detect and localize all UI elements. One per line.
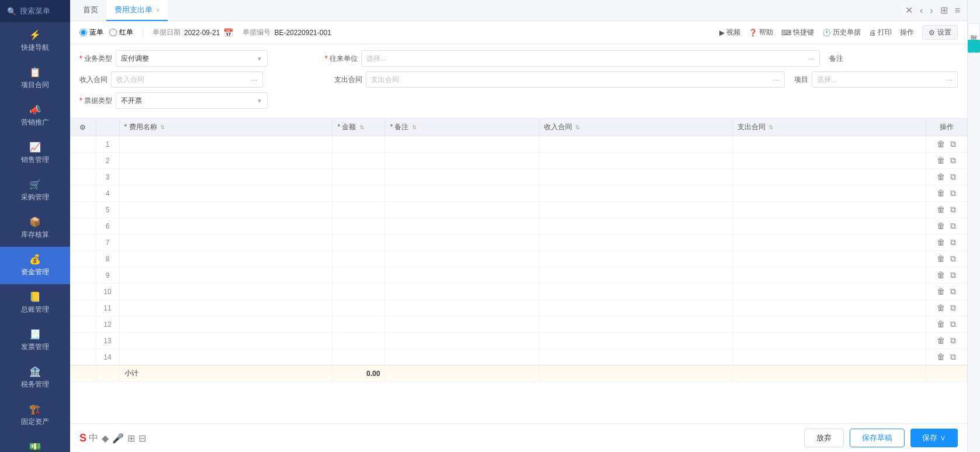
delete-row-12-button[interactable]: 🗑 (935, 319, 947, 329)
td-expense-contract-4[interactable] (732, 185, 926, 202)
invoice-type-select[interactable]: 不开票 ▼ (116, 92, 268, 109)
td-expense-name-9[interactable] (119, 267, 333, 284)
td-expense-contract-14[interactable] (732, 349, 926, 365)
delete-row-7-button[interactable]: 🗑 (935, 237, 947, 247)
td-expense-name-14[interactable] (119, 349, 333, 365)
th-expense-name[interactable]: * 费用名称 ⇅ (119, 119, 333, 136)
copy-row-7-button[interactable]: ⧉ (948, 237, 958, 247)
td-expense-name-5[interactable] (119, 202, 333, 218)
td-amount-12[interactable] (333, 316, 385, 333)
sidebar-item-ledger[interactable]: 📒 总账管理 (0, 284, 70, 322)
td-expense-contract-9[interactable] (732, 267, 926, 284)
td-remark-4[interactable] (385, 185, 539, 202)
project-input[interactable]: 选择... ··· (812, 71, 958, 88)
td-remark-9[interactable] (385, 267, 539, 284)
td-expense-name-4[interactable] (119, 185, 333, 202)
save-button[interactable]: 保存 ∨ (910, 429, 958, 447)
td-amount-1[interactable] (333, 136, 385, 153)
td-expense-contract-6[interactable] (732, 218, 926, 234)
td-income-contract-8[interactable] (539, 251, 732, 267)
td-income-contract-9[interactable] (539, 267, 732, 284)
sidebar-item-invoice-mgmt[interactable]: 🧾 发票管理 (0, 322, 70, 359)
delete-row-11-button[interactable]: 🗑 (935, 303, 947, 312)
save-draft-button[interactable]: 保存草稿 (850, 429, 905, 447)
delete-row-8-button[interactable]: 🗑 (935, 254, 947, 263)
td-remark-12[interactable] (385, 316, 539, 333)
video-link[interactable]: ▶ 视频 (719, 27, 740, 37)
tab-expense[interactable]: 费用支出单 × (106, 0, 168, 21)
copy-row-10-button[interactable]: ⧉ (948, 287, 958, 296)
brand-icon-4[interactable]: ⊞ (127, 433, 135, 444)
sidebar-search[interactable]: 🔍 搜索菜单 (0, 0, 70, 22)
td-income-contract-10[interactable] (539, 284, 732, 300)
td-amount-7[interactable] (333, 234, 385, 251)
delete-row-4-button[interactable]: 🗑 (935, 188, 947, 198)
delete-row-3-button[interactable]: 🗑 (935, 172, 947, 181)
td-amount-14[interactable] (333, 349, 385, 365)
td-remark-1[interactable] (385, 136, 539, 153)
expense-contract-more-icon[interactable]: ··· (773, 75, 780, 84)
brand-icon-1[interactable]: 中 (89, 432, 98, 444)
td-amount-4[interactable] (333, 185, 385, 202)
td-income-contract-4[interactable] (539, 185, 732, 202)
counter-party-input[interactable]: 选择... ··· (361, 50, 820, 67)
th-gear[interactable]: ⚙ (70, 119, 96, 136)
td-remark-6[interactable] (385, 218, 539, 234)
td-income-contract-12[interactable] (539, 316, 732, 333)
sidebar-item-sales-mgmt[interactable]: 📈 销售管理 (0, 134, 70, 172)
shortcut-link[interactable]: ⌨ 快捷键 (781, 27, 814, 37)
copy-row-9-button[interactable]: ⧉ (948, 270, 958, 280)
sidebar-item-fixed-assets[interactable]: 🏗️ 固定资产 (0, 396, 70, 434)
copy-row-8-button[interactable]: ⧉ (948, 254, 958, 264)
expense-contract-input[interactable]: 支出合同 ··· (366, 71, 785, 88)
calendar-icon[interactable]: 📅 (223, 28, 233, 37)
sidebar-item-marketing[interactable]: 📣 营销推广 (0, 97, 70, 134)
red-single-radio[interactable]: 红单 (109, 27, 133, 37)
td-amount-2[interactable] (333, 153, 385, 169)
td-amount-8[interactable] (333, 251, 385, 267)
tab-close-button[interactable]: ✕ (903, 4, 915, 17)
td-expense-name-12[interactable] (119, 316, 333, 333)
delete-row-14-button[interactable]: 🗑 (935, 352, 947, 361)
td-expense-name-1[interactable] (119, 136, 333, 153)
delete-row-5-button[interactable]: 🗑 (935, 205, 947, 214)
td-expense-contract-10[interactable] (732, 284, 926, 300)
td-expense-name-3[interactable] (119, 169, 333, 185)
td-remark-5[interactable] (385, 202, 539, 218)
income-contract-input[interactable]: 收入合同 ··· (111, 71, 263, 88)
td-income-contract-6[interactable] (539, 218, 732, 234)
td-income-contract-11[interactable] (539, 300, 732, 316)
td-expense-contract-3[interactable] (732, 169, 926, 185)
td-expense-name-2[interactable] (119, 153, 333, 169)
sidebar-item-project-contract[interactable]: 📋 项目合同 (0, 60, 70, 97)
td-amount-9[interactable] (333, 267, 385, 284)
tab-list-view-button[interactable]: ≡ (953, 4, 962, 17)
settings-button[interactable]: ⚙ 设置 (922, 25, 958, 40)
print-link[interactable]: 🖨 打印 (869, 27, 892, 37)
copy-row-5-button[interactable]: ⧉ (948, 205, 958, 215)
td-income-contract-5[interactable] (539, 202, 732, 218)
td-expense-contract-8[interactable] (732, 251, 926, 267)
sidebar-item-capital-mgmt[interactable]: 💰 资金管理 (0, 247, 70, 284)
td-amount-6[interactable] (333, 218, 385, 234)
copy-row-11-button[interactable]: ⧉ (948, 303, 958, 313)
sidebar-item-purchase-mgmt[interactable]: 🛒 采购管理 (0, 172, 70, 209)
copy-row-3-button[interactable]: ⧉ (948, 172, 958, 182)
history-link[interactable]: 🕐 历史单据 (822, 27, 861, 37)
delete-row-10-button[interactable]: 🗑 (935, 287, 947, 296)
td-amount-13[interactable] (333, 333, 385, 349)
delete-row-1-button[interactable]: 🗑 (935, 139, 947, 149)
td-expense-contract-12[interactable] (732, 316, 926, 333)
operate-link[interactable]: 操作 (900, 27, 914, 37)
td-income-contract-7[interactable] (539, 234, 732, 251)
copy-row-14-button[interactable]: ⧉ (948, 352, 958, 362)
td-expense-contract-2[interactable] (732, 153, 926, 169)
td-expense-contract-5[interactable] (732, 202, 926, 218)
td-expense-name-8[interactable] (119, 251, 333, 267)
td-income-contract-14[interactable] (539, 349, 732, 365)
copy-row-1-button[interactable]: ⧉ (948, 139, 958, 149)
delete-row-2-button[interactable]: 🗑 (935, 156, 947, 165)
copy-row-12-button[interactable]: ⧉ (948, 319, 958, 329)
tab-next-button[interactable]: › (927, 4, 935, 17)
th-amount[interactable]: * 金额 ⇅ (333, 119, 385, 136)
